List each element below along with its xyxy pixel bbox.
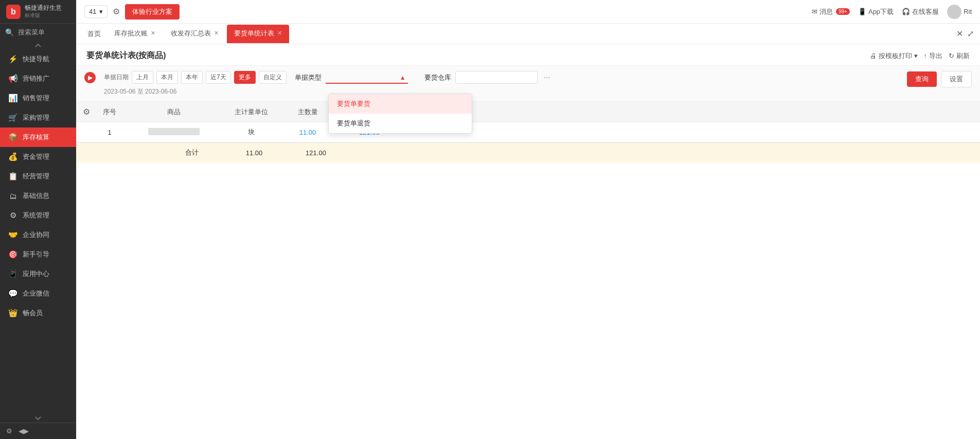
- scroll-down-btn[interactable]: [0, 414, 76, 423]
- tab-close-icon[interactable]: ✕: [151, 30, 155, 36]
- sidebar-item-sales[interactable]: 📊 销售管理: [0, 88, 76, 108]
- sidebar-item-member[interactable]: 👑 畅会员: [0, 303, 76, 323]
- online-service-btn[interactable]: 🎧 在线客服: [902, 7, 939, 16]
- sales-icon: 📊: [7, 94, 19, 103]
- print-template-btn[interactable]: 🖨 按模板打印 ▾: [870, 51, 918, 61]
- date-buttons-row: 单据日期 上月 本月 本年 近7天 更多 自定义: [104, 71, 287, 84]
- page-title: 要货单统计表(按商品): [86, 50, 166, 61]
- sidebar-item-inventory[interactable]: 📦 库存核算: [0, 127, 76, 147]
- dropdown-item-return-order[interactable]: 要货单退货: [329, 114, 472, 133]
- sidebar-search-label: 搜索菜单: [18, 28, 45, 37]
- collapse-btn[interactable]: ◀▶: [19, 427, 29, 435]
- sidebar-item-label: 销售管理: [23, 94, 49, 103]
- header-settings-btn[interactable]: ⚙: [113, 7, 120, 16]
- sidebar-item-guide[interactable]: 🎯 新手引导: [0, 245, 76, 264]
- data-table: ⚙ 序号 商品 主计量单位 主数量 零售金额 1: [76, 102, 980, 142]
- tab-purchase-summary[interactable]: 要货单统计表 ✕: [227, 25, 289, 43]
- date-btn-7days[interactable]: 近7天: [206, 71, 231, 84]
- expand-filter-btn[interactable]: ▶: [84, 72, 96, 83]
- search-icon: 🔍: [5, 28, 14, 36]
- sidebar-item-label: 系统管理: [23, 211, 49, 220]
- sidebar-item-finance[interactable]: 💰 资金管理: [0, 147, 76, 167]
- trial-button[interactable]: 体验行业方案: [125, 4, 180, 20]
- dropdown-item-purchase-order[interactable]: 要货单要货: [329, 94, 472, 114]
- message-label: 消息: [819, 7, 833, 16]
- qty-link[interactable]: 11.00: [299, 129, 316, 136]
- sidebar-item-appstore[interactable]: 📱 应用中心: [0, 264, 76, 284]
- sidebar-item-label: 采购管理: [23, 113, 49, 122]
- type-dropdown-arrow[interactable]: ▲: [400, 74, 406, 81]
- sidebar-item-label: 营销推广: [23, 74, 49, 83]
- sidebar-item-marketing[interactable]: 📢 营销推广: [0, 69, 76, 88]
- close-all-btn[interactable]: ✕: [956, 29, 963, 39]
- date-label: 单据日期: [104, 73, 129, 82]
- date-btn-this-year[interactable]: 本年: [181, 71, 203, 84]
- service-icon: 🎧: [902, 8, 910, 15]
- sidebar-item-label: 经营管理: [23, 172, 49, 181]
- settings-bottom-btn[interactable]: ⚙: [6, 427, 12, 435]
- col-header-goods: 商品: [122, 102, 225, 122]
- message-badge: 99+: [836, 8, 850, 15]
- app-download-btn[interactable]: 📱 App下载: [858, 7, 894, 16]
- warehouse-more-icon[interactable]: ···: [544, 73, 550, 82]
- app-download-label: App下载: [868, 7, 894, 16]
- expand-tabs-btn[interactable]: ⤢: [967, 29, 974, 39]
- tabs-right: ✕ ⤢: [956, 29, 974, 39]
- user-menu[interactable]: Rit: [947, 5, 972, 19]
- refresh-btn[interactable]: ↻ 刷新: [949, 51, 970, 61]
- col-header-extra: [400, 102, 980, 122]
- print-icon: 🖨: [870, 52, 877, 60]
- col-header-num: 序号: [97, 102, 122, 122]
- sidebar-item-label: 基础信息: [23, 191, 49, 200]
- col-header-unit: 主计量单位: [225, 102, 277, 122]
- tab-label: 库存批次账: [114, 29, 148, 38]
- warehouse-input[interactable]: [455, 71, 538, 84]
- sidebar-item-label: 库存核算: [23, 133, 49, 142]
- app-name: 畅捷通好生意: [25, 4, 62, 12]
- sidebar-item-purchase[interactable]: 🛒 采购管理: [0, 108, 76, 127]
- operation-icon: 📋: [7, 172, 19, 181]
- app-sub: 标准版: [25, 12, 62, 19]
- sidebar-item-quick-nav[interactable]: ⚡ 快捷导航: [0, 49, 76, 69]
- export-btn[interactable]: ↑ 导出: [924, 51, 943, 61]
- query-button[interactable]: 查询: [907, 71, 937, 87]
- date-btn-more[interactable]: 更多: [234, 71, 256, 84]
- store-selector[interactable]: 41 ▾: [84, 5, 108, 18]
- date-btn-this-month[interactable]: 本月: [156, 71, 178, 84]
- avatar: [947, 5, 961, 19]
- tab-close-active-icon[interactable]: ✕: [277, 30, 282, 36]
- settings-button[interactable]: 设置: [941, 71, 972, 87]
- sidebar-logo: b 畅捷通好生意 标准版: [0, 0, 76, 24]
- purchase-icon: 🛒: [7, 113, 19, 122]
- sidebar: b 畅捷通好生意 标准版 🔍 搜索菜单 ⚡ 快捷导航 📢 营销推广 📊 销售管理…: [0, 0, 76, 439]
- type-input[interactable]: [326, 71, 408, 84]
- date-btn-prev-month[interactable]: 上月: [132, 71, 153, 84]
- table-settings-icon[interactable]: ⚙: [83, 107, 90, 116]
- tab-receive-summary[interactable]: 收发存汇总表 ✕: [164, 25, 226, 43]
- message-icon: ✉: [812, 8, 817, 15]
- sidebar-search[interactable]: 🔍 搜索菜单: [0, 24, 76, 41]
- sidebar-item-operation[interactable]: 📋 经营管理: [0, 167, 76, 186]
- tab-home[interactable]: 首页: [82, 25, 106, 43]
- sidebar-item-system[interactable]: ⚙ 系统管理: [0, 206, 76, 225]
- sidebar-item-wechat[interactable]: 💬 企业微信: [0, 284, 76, 303]
- print-label: 按模板打印: [879, 51, 912, 61]
- sidebar-item-enterprise[interactable]: 🤝 企业协同: [0, 225, 76, 245]
- wechat-icon: 💬: [7, 289, 19, 298]
- tabs-bar: 首页 库存批次账 ✕ 收发存汇总表 ✕ 要货单统计表 ✕ ✕ ⤢: [76, 24, 980, 44]
- phone-icon: 📱: [858, 8, 866, 15]
- dropdown-item-label: 要货单退货: [337, 119, 370, 127]
- system-icon: ⚙: [7, 211, 19, 220]
- message-btn[interactable]: ✉ 消息 99+: [812, 7, 850, 16]
- export-icon: ↑: [924, 52, 928, 60]
- date-btn-custom[interactable]: 自定义: [259, 71, 287, 84]
- tab-inventory-batch[interactable]: 库存批次账 ✕: [107, 25, 163, 43]
- sidebar-item-base[interactable]: 🗂 基础信息: [0, 186, 76, 206]
- sidebar-item-label: 应用中心: [23, 269, 49, 279]
- appstore-icon: 📱: [7, 269, 19, 279]
- refresh-label: 刷新: [956, 51, 970, 61]
- table-row: 1 块 11.00 121.00: [76, 122, 980, 142]
- scroll-up-btn[interactable]: [0, 41, 76, 49]
- tab-close-icon[interactable]: ✕: [214, 30, 219, 36]
- page-actions: 🖨 按模板打印 ▾ ↑ 导出 ↻ 刷新: [870, 51, 970, 61]
